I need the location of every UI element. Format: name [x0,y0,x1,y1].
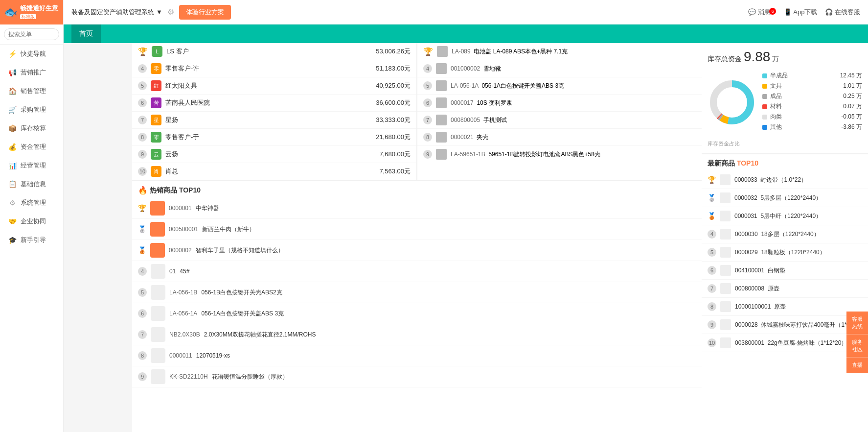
message-link[interactable]: 💬 消息 6 [748,8,776,17]
list-item: 6 LA-056-1A 056-1A白色按键开关盖ABS 3克 [132,303,702,324]
legend-item: 材料 0.07 万 [762,102,862,111]
product-img [720,283,731,294]
rank-num: 7 [423,116,432,124]
nav-label-operations: 经营管理 [21,161,46,170]
rank-num: 5 [138,288,147,297]
product-img [437,46,448,57]
nav-item-basic[interactable]: 📋 基础信息 [0,175,63,193]
list-item: 6 004100001 白钢垫 [702,262,868,280]
product-img [436,80,447,91]
system-icon: ⚙ [8,198,17,207]
fire-icon: 🔥 [138,186,148,195]
community-btn[interactable]: 服务社区 [846,335,868,358]
medal2-icon: 🥈 [708,194,716,202]
nav-label-quick: 快捷导航 [21,49,46,58]
nav-item-operations[interactable]: 📊 经营管理 [0,156,63,175]
sidebar-logo: 🐟 畅捷通好生意 标准版 [0,0,63,24]
table-row: 6 苦 苦南县人民医院 36,600.00元 [132,95,416,112]
live-btn[interactable]: 直播 [846,358,868,373]
rank-num: 9 [423,150,432,159]
marketing-icon: 📢 [8,68,17,77]
nav-label-guide: 新手引导 [21,236,46,244]
nav-item-quick-nav[interactable]: ⚡ 快捷导航 [0,45,63,63]
table-row: 9 云 云扬 7,680.00元 [132,146,416,163]
app-download-link[interactable]: 📱 App下载 [784,8,817,17]
nav-label-enterprise: 企业协同 [21,217,46,226]
new-products-list: 🏆 0000033 封边带（1.0*22） 🥈 0000032 5层多层（122… [702,171,868,352]
online-service-link[interactable]: 🎧 在线客服 [825,8,860,17]
new-products-card: 最新商品 TOP10 🏆 0000033 封边带（1.0*22） 🥈 00000… [702,154,868,432]
gear-icon[interactable]: ⚙ [167,7,174,17]
legend-dot [762,104,767,109]
rank-num: 7 [708,284,716,293]
list-item: 9 KK-SD22110H 花语暖恒温分腿睡袋（厚款） [132,366,702,387]
nav-item-marketing[interactable]: 📢 营销推广 [0,63,63,82]
nav-item-purchase[interactable]: 🛒 采购管理 [0,100,63,119]
customer-service-btn[interactable]: 客服热线 [846,312,868,335]
product-img [720,211,731,221]
table-row: 🏆 L LS 客户 53,006.26元 [132,43,416,60]
legend-item: 肉类 -0.05 万 [762,113,862,121]
product-img [151,285,165,300]
logo-badge: 标准版 [20,14,36,19]
sales-icon: 🏠 [8,87,17,96]
guide-icon: 🎓 [8,236,17,244]
trophy-icon: 🏆 [138,204,146,212]
product-img [150,201,165,216]
product-img [151,369,165,384]
rank-num: 4 [423,64,432,73]
new-products-title: 最新商品 TOP10 [702,154,868,171]
nav-label-sales: 销售管理 [21,87,46,96]
rank-num: 5 [138,81,147,90]
float-buttons: 客服热线 服务社区 直播 [846,312,868,373]
nav-label-finance: 资金管理 [21,143,46,151]
rank-num: 7 [138,330,147,339]
table-row: 7 000800005 手机测试 [417,112,702,129]
list-item: 🥈 0000032 5层多层（1220*2440） [702,189,868,207]
nav-item-system[interactable]: ⚙ 系统管理 [0,193,63,212]
list-item: 5 0000029 18颗粒板（1220*2440） [702,243,868,262]
rank-num: 10 [708,338,716,347]
product-sales-ranking-card: 🏆 LA-089 电池盖 LA-089 ABS本色+黑种 7.1克 4 [417,43,702,180]
product-img [436,63,447,74]
rank-num: 7 [138,116,147,124]
nav-label-system: 系统管理 [21,198,46,207]
hot-products-list: 🏆 0000001 中华神器 🥈 000500001 新西兰牛肉（新牛） 🥉 [132,198,702,387]
product-img [720,192,731,203]
product-img [151,264,165,279]
list-item: 10 003800001 22g鱼豆腐-烧烤味（1*12*20） [702,334,868,352]
system-title[interactable]: 装备及固定资产辅助管理系统 ▼ [71,8,162,17]
list-item: 9 0000028 体城嘉枝味苏打饮品400毫升（1*15） [702,316,868,334]
nav-item-sales[interactable]: 🏠 销售管理 [0,82,63,100]
nav-item-enterprise[interactable]: 🤝 企业协同 [0,212,63,231]
list-item: 🏆 0000001 中华神器 [132,198,702,219]
quick-nav-icon: ⚡ [8,49,17,58]
product-img [720,301,731,312]
experience-btn[interactable]: 体验行业方案 [179,5,231,20]
tabbar: 首页 [64,24,868,43]
table-row: 7 星 星扬 33,333.00元 [132,112,416,129]
content-area: 🏆 L LS 客户 53,006.26元 4 零 零售客户-许 51,183.0… [64,43,868,432]
nav-item-guide[interactable]: 🎓 新手引导 [0,231,63,249]
nav-item-finance[interactable]: 💰 资金管理 [0,138,63,156]
operations-icon: 📊 [8,161,17,170]
product-img [720,319,731,330]
nav-label-purchase: 采购管理 [21,105,46,114]
product-img [436,97,447,108]
inventory-subtitle: 库存资金占比 [708,140,862,147]
rank-num: 6 [138,309,147,318]
tab-home[interactable]: 首页 [71,24,101,43]
product-img [720,337,731,348]
table-row: 4 001000002 雪地靴 [417,60,702,77]
list-item: 7 NB2.0X30B 2.0X30MM双搓花轴搓花直径2.1MM/ROHS [132,324,702,345]
hot-products-card: 🔥 热销商品 TOP10 🏆 0000001 中华神器 🥈 000500001 [132,181,702,432]
search-input[interactable] [4,28,59,40]
rank-num: 5 [423,81,432,90]
list-item: 🥈 000500001 新西兰牛肉（新牛） [132,219,702,240]
nav-label-basic: 基础信息 [21,180,46,189]
rank-num: 8 [708,302,716,311]
rank-num: 6 [138,98,147,107]
rank-num: 4 [708,230,716,239]
nav-item-inventory[interactable]: 📦 库存核算 [0,119,63,138]
product-img [436,149,447,160]
